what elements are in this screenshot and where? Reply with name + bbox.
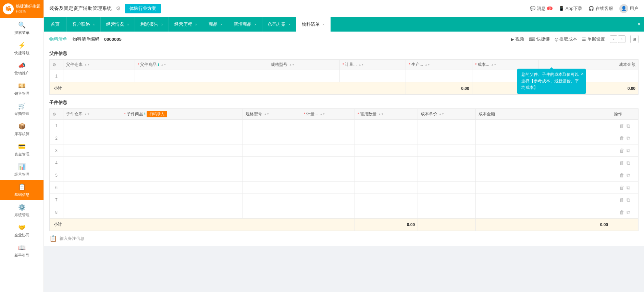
parent-unit-cell[interactable] (339, 70, 406, 82)
delete-icon[interactable]: 🗑 (619, 172, 624, 178)
parent-product-cell[interactable] (135, 70, 268, 82)
tab-barcode-close[interactable]: × (288, 22, 290, 26)
parent-production-cell[interactable] (406, 70, 472, 82)
sidebar-item-guide[interactable]: 📖 新手引导 (0, 241, 44, 261)
parent-spec-cell[interactable] (268, 70, 339, 82)
copy-icon[interactable]: ⧉ (627, 135, 630, 141)
tab-customers-close[interactable]: × (93, 22, 95, 26)
child-1-unit-cost[interactable] (418, 120, 476, 132)
parent-col-cost-amount: 成本金额 (538, 60, 639, 70)
close-tab-btn[interactable]: × (634, 21, 644, 27)
sidebar-item-marketing[interactable]: 📣 营销推广 (0, 58, 44, 79)
tab-barcode[interactable]: 条码方案 × (262, 17, 296, 32)
tab-history-close[interactable]: × (195, 22, 197, 26)
page-content: 物料清单 物料清单编码 0000005 ▶ 视频 ⌨ 快捷键 (44, 32, 644, 246)
sort-warehouse[interactable]: ▲▼ (84, 63, 90, 66)
sort-required-qty[interactable]: ▲▼ (378, 113, 384, 116)
parent-col-unit: * 计量... ▲▼ (339, 60, 406, 70)
view-video-button[interactable]: ▶ 视频 (511, 36, 524, 42)
tab-history[interactable]: 经营历程 × (169, 17, 203, 32)
copy-icon[interactable]: ⧉ (627, 123, 630, 129)
sidebar-item-label: 新手引导 (14, 253, 29, 258)
child-1-product[interactable] (121, 120, 243, 132)
tab-home[interactable]: 首页 (44, 17, 67, 32)
child-section-title: 子件信息 (49, 100, 639, 106)
tab-newgoods[interactable]: 新增商品 × (228, 17, 262, 32)
sidebar-item-system[interactable]: ⚙️ 系统管理 (0, 200, 44, 220)
copy-icon[interactable]: ⧉ (627, 209, 630, 215)
sidebar-item-sales[interactable]: 💴 销售管理 (0, 79, 44, 99)
sidebar-item-quicknav[interactable]: ⚡ 快捷导航 (0, 38, 44, 58)
child-1-actions: 🗑⧉ (611, 123, 638, 129)
copy-icon[interactable]: ⧉ (627, 185, 630, 191)
user-button[interactable]: 👤 用户 (619, 4, 639, 13)
grid-view-button[interactable]: ⊞ (630, 35, 639, 43)
sort-spec[interactable]: ▲▼ (289, 63, 295, 66)
child-1-unit[interactable] (301, 120, 355, 132)
tooltip-popup: × 您的父件、子件的成本取值可以选择【参考成本、最新进价、平均成本】 (517, 69, 586, 94)
child-1-qty[interactable] (355, 120, 418, 132)
child-table: ⚙ 子件仓库 ▲▼ * (49, 108, 639, 231)
sidebar-item-enterprise[interactable]: 🤝 企业协同 (0, 220, 44, 241)
sort-production[interactable]: ▲▼ (425, 63, 430, 66)
message-button[interactable]: 💬 消息 6 (530, 5, 553, 12)
breadcrumb-bom[interactable]: 物料清单 (49, 36, 67, 42)
app-download-button[interactable]: 📱 App下载 (559, 5, 582, 12)
tab-customers[interactable]: 客户联络 × (67, 17, 101, 32)
sort-cost[interactable]: ▲▼ (491, 63, 496, 66)
tooltip-close-button[interactable]: × (581, 70, 584, 78)
box-icon: 📦 (18, 122, 26, 130)
delete-icon[interactable]: 🗑 (619, 148, 624, 153)
sidebar-item-inventory[interactable]: 📦 库存核算 (0, 119, 44, 139)
delete-icon[interactable]: 🗑 (619, 160, 624, 166)
child-1-spec[interactable] (243, 120, 301, 132)
sort-child-unit[interactable]: ▲▼ (320, 113, 325, 116)
tab-bom-close[interactable]: × (322, 22, 324, 26)
child-1-warehouse[interactable] (63, 120, 121, 132)
tab-goods[interactable]: 商品 × (203, 17, 228, 32)
sidebar-item-search[interactable]: 🔍 搜索菜单 (0, 18, 44, 38)
delete-icon[interactable]: 🗑 (619, 123, 624, 129)
copy-icon[interactable]: ⧉ (627, 197, 630, 203)
child-3-actions: 🗑⧉ (611, 148, 638, 154)
sort-unit[interactable]: ▲▼ (358, 63, 364, 66)
sort-child-warehouse[interactable]: ▲▼ (84, 113, 90, 116)
copy-icon[interactable]: ⧉ (627, 160, 630, 166)
extract-cost-button[interactable]: ◎ 提取成本 (555, 36, 577, 42)
sidebar-item-finance[interactable]: 💳 资金管理 (0, 139, 44, 160)
message-label: 消息 (537, 5, 546, 12)
shortcut-button[interactable]: ⌨ 快捷键 (529, 36, 550, 42)
sort-child-spec[interactable]: ▲▼ (264, 113, 269, 116)
delete-icon[interactable]: 🗑 (619, 197, 624, 203)
sort-unit-cost[interactable]: ▲▼ (439, 113, 444, 116)
copy-icon[interactable]: ⧉ (627, 172, 630, 178)
doc-settings-button[interactable]: ☰ 单据设置 (582, 36, 605, 42)
delete-icon[interactable]: 🗑 (619, 209, 624, 215)
sidebar-item-purchase[interactable]: 🛒 采购管理 (0, 99, 44, 119)
sort-product[interactable]: ▲▼ (161, 63, 166, 66)
copy-icon[interactable]: ⧉ (627, 148, 630, 154)
parent-warehouse-cell[interactable] (63, 70, 135, 82)
message-icon: 💬 (530, 6, 535, 11)
delete-icon[interactable]: 🗑 (619, 185, 624, 190)
money-icon: 💴 (18, 82, 26, 90)
child-table-row: 1 🗑⧉ (50, 120, 639, 132)
tab-profit[interactable]: 利润报告 × (135, 17, 169, 32)
tab-bom[interactable]: 物料清单 × (296, 17, 330, 32)
delete-icon[interactable]: 🗑 (619, 135, 624, 141)
prev-record-button[interactable]: ‹ (610, 35, 617, 43)
child-col-product: * 子件商品 ℹ 扫码录入 (121, 109, 243, 120)
tab-newgoods-close[interactable]: × (254, 22, 256, 26)
settings-icon[interactable]: ⚙ (116, 5, 121, 12)
tab-operations-close[interactable]: × (127, 22, 129, 26)
trial-button[interactable]: 体验行业方案 (125, 4, 161, 13)
tab-operations[interactable]: 经营情况 × (101, 17, 135, 32)
sidebar-item-basic[interactable]: 📋 基础信息 (0, 180, 44, 200)
tab-goods-close[interactable]: × (220, 22, 222, 26)
scan-button[interactable]: 扫码录入 (147, 111, 167, 117)
online-service-button[interactable]: 🎧 在线客服 (589, 5, 613, 12)
sidebar-item-operations[interactable]: 📊 经营管理 (0, 160, 44, 180)
next-record-button[interactable]: › (618, 35, 626, 43)
tab-profit-close[interactable]: × (161, 22, 163, 26)
top-bar: 装备及固定资产辅助管理系统 ⚙ 体验行业方案 💬 消息 6 📱 App下载 🎧 … (44, 0, 644, 17)
